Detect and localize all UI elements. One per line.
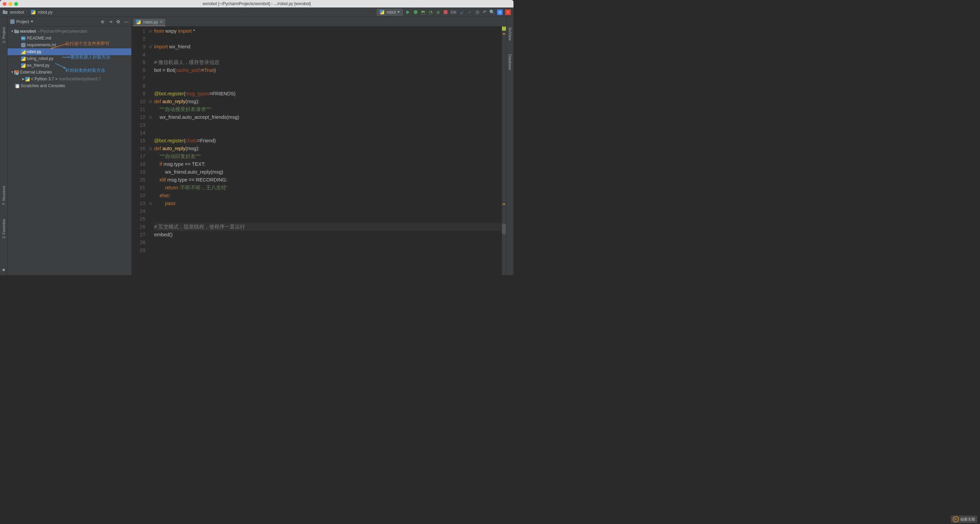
vcs-history-button[interactable]: ◷: [475, 10, 479, 14]
locate-icon[interactable]: ⊕: [101, 19, 105, 24]
tree-project-root[interactable]: ▼ wxrobot ~/PycharmProjects/wxrobot: [8, 28, 131, 35]
coverage-button[interactable]: ⬒: [421, 10, 425, 14]
project-tree[interactable]: ▼ wxrobot ~/PycharmProjects/wxrobot MD R…: [8, 27, 131, 275]
project-tool-button[interactable]: 1: Project: [2, 27, 6, 43]
profile-button[interactable]: ◔: [428, 10, 433, 14]
vcs-revert-button[interactable]: ↶: [482, 10, 487, 14]
panel-title: Project: [16, 19, 29, 24]
editor-tabs: robot.py ✕: [132, 17, 506, 27]
zoom-window-button[interactable]: [14, 2, 18, 6]
tree-file-requirements[interactable]: requirements.txt: [8, 41, 131, 48]
database-tool-button[interactable]: Database: [508, 54, 512, 70]
navigation-bar: wxrobot 〉 robot.py robot ⬒ ◔ ≣ Git: ↙ ✓ …: [0, 8, 514, 17]
code-content[interactable]: from wxpy import * import wx_friend # 微信…: [153, 27, 502, 275]
structure-tool-button[interactable]: 7: Structure: [2, 186, 6, 205]
code-editor[interactable]: 1234567891011121314151617181920212223242…: [132, 27, 506, 275]
concurrency-button[interactable]: ≣: [436, 10, 440, 14]
chevron-down-icon: [397, 11, 400, 13]
collapse-icon[interactable]: ⇥: [108, 19, 112, 24]
minimize-window-button[interactable]: [8, 2, 12, 6]
vcs-commit-button[interactable]: ✓: [467, 10, 472, 14]
tree-file-readme[interactable]: MD README.md: [8, 35, 131, 41]
debug-button[interactable]: [413, 10, 418, 14]
run-button[interactable]: [406, 10, 410, 14]
run-configuration-select[interactable]: robot: [377, 9, 403, 16]
breadcrumb[interactable]: wxrobot 〉 robot.py: [3, 9, 52, 15]
fold-gutter[interactable]: ⊟⊟⊟⊟⊟⊟: [148, 27, 153, 275]
inspection-status-icon: [502, 27, 506, 31]
tree-file-wxfriend[interactable]: wx_friend.py: [8, 62, 131, 69]
star-icon: ★: [2, 267, 6, 272]
right-tool-stripe: SciView Database: [506, 17, 514, 275]
sciview-tool-button[interactable]: SciView: [508, 27, 512, 40]
close-icon[interactable]: ✕: [159, 20, 163, 24]
chevron-down-icon[interactable]: [30, 21, 33, 22]
tab-robot[interactable]: robot.py ✕: [133, 18, 166, 26]
python-file-icon: [136, 20, 140, 24]
settings-icon[interactable]: ✿: [116, 19, 120, 24]
python-file-icon: [31, 10, 35, 14]
git-label: Git:: [450, 10, 457, 14]
project-panel: Project ⊕ ⇥ ✿ — ▼ wxrobot ~/PycharmProje…: [8, 17, 132, 275]
tree-external-libs[interactable]: ▼ 📚 External Libraries: [8, 69, 131, 76]
favorites-tool-button[interactable]: 2: Favorites: [2, 219, 6, 238]
vcs-update-button[interactable]: ↙: [460, 10, 465, 14]
plugin-icon-1[interactable]: G: [497, 10, 503, 15]
python-icon: [380, 10, 384, 14]
tree-file-robot[interactable]: robot.py: [8, 48, 131, 55]
line-numbers: 1234567891011121314151617181920212223242…: [132, 27, 148, 275]
titlebar: wxrobot [~/PycharmProjects/wxrobot] - ..…: [0, 0, 514, 8]
window-title: wxrobot [~/PycharmProjects/wxrobot] - ..…: [203, 2, 311, 6]
search-button[interactable]: 🔍: [490, 10, 495, 14]
close-window-button[interactable]: [3, 2, 6, 6]
tree-python-sdk[interactable]: ▶ < Python 3.7 > /usr/local/bin/python3.…: [8, 76, 131, 83]
tree-file-tuling[interactable]: tuling_robot.py: [8, 55, 131, 62]
folder-icon: [3, 10, 8, 14]
tree-scratches[interactable]: 📋 Scratches and Consoles: [8, 83, 131, 89]
plugin-icon-2[interactable]: +: [505, 10, 511, 15]
scrollbar-thumb[interactable]: [502, 224, 506, 234]
project-view-icon: [10, 19, 14, 24]
editor-marker-bar[interactable]: [502, 27, 506, 275]
stop-button[interactable]: [443, 10, 448, 14]
hide-icon[interactable]: —: [124, 19, 129, 24]
left-tool-stripe: 1: Project 7: Structure 2: Favorites ★: [0, 17, 8, 275]
